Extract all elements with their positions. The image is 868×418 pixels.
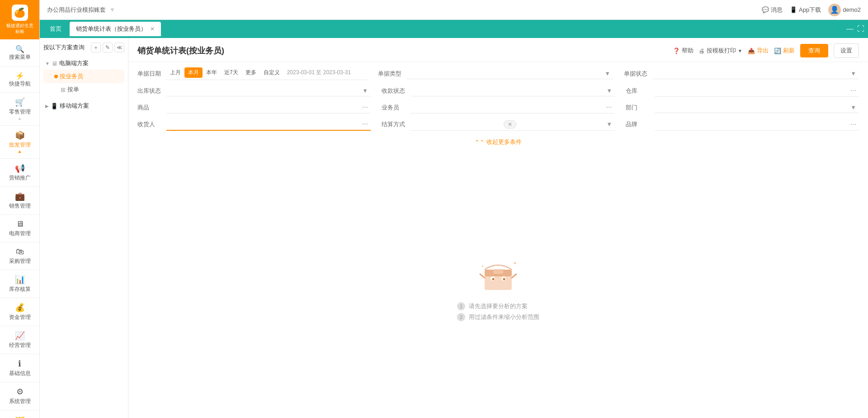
lp-add-btn[interactable]: ＋ — [91, 43, 101, 52]
sidebar-item-inventory[interactable]: 📊 库存核算 — [0, 270, 39, 298]
topbar-right: 💬 消息 📱 App下载 👤 demo2 — [762, 4, 861, 16]
date-tabs: 上月 本月 本年 近7天 更多 自定义 2023-03-01 至 2023-03… — [166, 67, 351, 78]
date-range-display: 2023-03-01 至 2023-03-31 — [287, 69, 351, 76]
help-btn[interactable]: ❓ 帮助 — [673, 47, 693, 55]
tab-close-icon[interactable]: ✕ — [150, 26, 155, 32]
sub-icon: ⊞ — [61, 86, 66, 93]
lp-desktop-header[interactable]: ▼ 🖥 电脑端方案 — [43, 57, 124, 70]
lp-item-by-salesperson[interactable]: 按业务员 — [43, 70, 124, 83]
date-tab-more[interactable]: 更多 — [242, 67, 260, 78]
warehouse-field[interactable]: ··· — [655, 85, 859, 97]
settings-button[interactable]: 设置 — [834, 43, 859, 58]
sidebar-item-ecommerce[interactable]: 🖥 电商管理 — [0, 215, 39, 242]
print-dropdown-icon: ▼ — [738, 48, 742, 53]
lp-section-mobile: ▶ 📱 移动端方案 — [43, 100, 124, 112]
goods-label: 商品 — [137, 104, 166, 112]
active-dot-icon — [54, 75, 58, 78]
topbar: 办公用品行业模拟账套 ▼ 💬 消息 📱 App下载 👤 demo2 — [40, 0, 868, 20]
empty-tip-1-text: 请先选择要分析的方案 — [469, 302, 528, 310]
message-btn[interactable]: 💬 消息 — [762, 6, 783, 14]
left-panel: 按以下方案查询 ＋ ✎ ≪ ▼ 🖥 电脑端方案 按业务员 — [40, 38, 128, 418]
export-btn[interactable]: 📤 导出 — [748, 47, 769, 55]
empty-illustration: ✦ ✦ — [476, 252, 521, 297]
nav-dropdown-icon[interactable]: ▼ — [109, 6, 115, 13]
dept-field[interactable]: ▼ — [655, 102, 859, 113]
lp-mobile-header[interactable]: ▶ 📱 移动端方案 — [43, 100, 124, 112]
collapse-up-icon: ⌃⌃ — [475, 139, 485, 146]
sidebar-item-operations[interactable]: 📈 经营管理 — [0, 326, 39, 354]
tab-home[interactable]: 首页 — [43, 22, 68, 36]
print-btn[interactable]: 🖨 按模板打印 ▼ — [699, 47, 742, 55]
svg-line-7 — [480, 274, 485, 278]
sidebar-item-purchase[interactable]: 🛍 采购管理 — [0, 242, 39, 270]
outbound-field[interactable]: ▼ — [166, 86, 371, 96]
date-tab-lastmonth[interactable]: 上月 — [166, 67, 184, 78]
empty-tip-2-text: 用过滤条件来缩小分析范围 — [469, 313, 539, 321]
doc-status-chevron-icon: ▼ — [850, 70, 856, 77]
export-label: 导出 — [757, 47, 769, 55]
goods-field[interactable]: ··· — [166, 101, 371, 114]
filter-row-1: 单据日期 上月 本月 本年 近7天 更多 自定义 2023-03-01 至 20… — [137, 67, 859, 80]
receiver-field[interactable]: ··· — [166, 118, 371, 131]
mobile-folder-icon: 📱 — [51, 103, 58, 109]
date-label: 单据日期 — [137, 70, 166, 78]
sidebar-item-system[interactable]: ⚙ 系统管理 — [0, 382, 39, 410]
date-tab-thismonth[interactable]: 本月 — [184, 67, 203, 78]
date-tab-thisyear[interactable]: 本年 — [203, 67, 221, 78]
mobile-expand-icon: ▶ — [45, 104, 49, 109]
settlement-clear-badge[interactable]: ✕ — [504, 120, 516, 128]
sidebar-item-wholesale[interactable]: 📦 批发管理 ▲ — [0, 126, 39, 159]
sidebar-item-quick-nav[interactable]: ⚡ 快捷导航 — [0, 67, 39, 93]
payment-chevron-icon: ▼ — [606, 87, 612, 94]
filter-row-4: 收货人 ··· 结算方式 ✕ ▼ 品牌 — [137, 118, 859, 131]
sidebar-item-search[interactable]: 🔍 搜索菜单 — [0, 39, 39, 67]
logo-text: 畅捷通好生意 — [6, 23, 33, 28]
collapse-btn[interactable]: ⌃⌃ 收起更多条件 — [137, 135, 859, 149]
avatar: 👤 — [828, 4, 841, 16]
goods-dots-icon: ··· — [362, 103, 368, 111]
main-area: 办公用品行业模拟账套 ▼ 💬 消息 📱 App下载 👤 demo2 首页 销货单… — [40, 0, 868, 418]
doc-type-field[interactable]: ▼ — [407, 68, 613, 79]
lp-collapse-btn[interactable]: ≪ — [114, 43, 124, 52]
tab-sales-stat-label: 销货单统计表（按业务员） — [76, 25, 146, 33]
svg-rect-2 — [493, 270, 504, 274]
desktop-section-label: 电脑端方案 — [59, 59, 89, 67]
date-tab-7days[interactable]: 近7天 — [221, 67, 242, 78]
nav-title: 办公用品行业模拟账套 — [47, 6, 106, 14]
doc-status-label: 单据状态 — [624, 70, 653, 78]
tab-sales-stat[interactable]: 销货单统计表（按业务员） ✕ — [70, 22, 161, 36]
settlement-field[interactable]: ✕ ▼ — [410, 119, 615, 131]
receiver-dots-icon: ··· — [362, 120, 368, 128]
doc-status-field[interactable]: ▼ — [653, 68, 859, 79]
lp-edit-btn[interactable]: ✎ — [103, 43, 113, 52]
brand-field[interactable]: ··· — [655, 119, 859, 131]
by-order-label: 按单 — [67, 86, 79, 94]
lp-header-actions: ＋ ✎ ≪ — [91, 43, 124, 52]
svg-point-5 — [492, 278, 495, 280]
app-download-btn[interactable]: 📱 App下载 — [790, 6, 821, 14]
tab-minimize-icon[interactable]: — — [846, 25, 854, 33]
sidebar-logo: 🍊 畅捷通好生意 标账 — [0, 0, 39, 39]
help-label: 帮助 — [682, 47, 693, 55]
salesperson-field[interactable]: ··· — [410, 101, 615, 114]
sidebar-item-sales[interactable]: 💼 销售管理 — [0, 187, 39, 215]
tab-maximize-icon[interactable]: ⛶ — [857, 25, 864, 33]
dept-chevron-icon: ▼ — [850, 104, 856, 111]
query-button[interactable]: 查询 — [800, 44, 828, 57]
tabbar-actions: — ⛶ — [846, 25, 864, 33]
filter-area: 单据日期 上月 本月 本年 近7天 更多 自定义 2023-03-01 至 20… — [128, 62, 868, 154]
sidebar-item-basic[interactable]: ℹ 基础信息 — [0, 354, 39, 382]
refresh-label: 刷新 — [783, 47, 795, 55]
tabbar: 首页 销货单统计表（按业务员） ✕ — ⛶ — [40, 20, 868, 38]
sidebar-item-marketing[interactable]: 📢 营销推广 — [0, 159, 39, 187]
sidebar-item-retail[interactable]: 🛒 零售管理 ▲ — [0, 93, 39, 126]
date-tab-custom[interactable]: 自定义 — [260, 67, 283, 78]
warehouse-dots-icon: ··· — [850, 86, 856, 95]
user-avatar-btn[interactable]: 👤 demo2 — [828, 4, 861, 16]
svg-point-6 — [503, 278, 505, 280]
sidebar-item-enterprise[interactable]: 🤝 企业协同 — [0, 410, 39, 418]
payment-field[interactable]: ▼ — [410, 86, 615, 96]
refresh-btn[interactable]: 🔄 刷新 — [774, 47, 795, 55]
lp-item-by-order[interactable]: ⊞ 按单 — [43, 83, 124, 96]
sidebar-item-finance[interactable]: 💰 资金管理 — [0, 298, 39, 326]
